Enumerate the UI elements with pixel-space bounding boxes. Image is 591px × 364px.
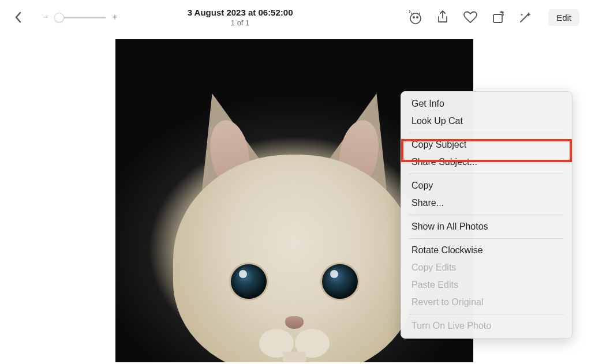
share-icon [436, 10, 449, 25]
zoom-slider-thumb[interactable] [54, 13, 64, 22]
menu-item-live-photo: Turn On Live Photo [401, 317, 572, 335]
toolbar-actions: Edit [407, 9, 579, 26]
rotate-button[interactable] [491, 10, 506, 25]
heart-icon [463, 10, 478, 24]
menu-item-revert: Revert to Original [401, 294, 572, 311]
rotate-icon [491, 10, 505, 24]
photo-count: 1 of 1 [231, 18, 250, 27]
visual-lookup-button[interactable] [407, 10, 422, 25]
zoom-out-button[interactable]: − [42, 12, 50, 22]
menu-separator [409, 238, 564, 239]
enhance-button[interactable] [518, 10, 533, 25]
menu-item-share[interactable]: Share... [401, 194, 572, 212]
back-button[interactable] [12, 10, 25, 24]
menu-item-look-up[interactable]: Look Up Cat [401, 112, 572, 130]
menu-item-share-subject[interactable]: Share Subject... [401, 153, 572, 171]
edit-button[interactable]: Edit [548, 9, 579, 26]
photo-date: 3 August 2023 at 06:52:00 [188, 7, 293, 17]
svg-rect-3 [493, 14, 502, 22]
zoom-slider[interactable] [54, 17, 106, 18]
menu-separator [409, 133, 564, 133]
menu-item-copy-edits: Copy Edits [401, 259, 572, 276]
menu-item-rotate[interactable]: Rotate Clockwise [401, 242, 572, 259]
menu-item-get-info[interactable]: Get Info [401, 95, 572, 112]
toolbar: − + 3 August 2023 at 06:52:00 1 of 1 [0, 0, 591, 35]
svg-point-0 [410, 13, 421, 24]
menu-item-paste-edits: Paste Edits [401, 276, 572, 294]
menu-item-copy-subject[interactable]: Copy Subject [401, 136, 572, 153]
menu-item-show-all[interactable]: Show in All Photos [401, 218, 572, 235]
svg-point-2 [417, 17, 418, 18]
menu-separator [409, 174, 564, 174]
sparkle-pet-icon [407, 10, 422, 25]
menu-item-copy[interactable]: Copy [401, 177, 572, 194]
title-area: 3 August 2023 at 06:52:00 1 of 1 [77, 7, 403, 27]
menu-separator [409, 215, 564, 215]
menu-separator [409, 314, 564, 314]
favorite-button[interactable] [463, 10, 478, 25]
share-button[interactable] [435, 10, 450, 25]
magic-wand-icon [518, 10, 533, 24]
svg-point-1 [413, 17, 414, 18]
chevron-left-icon [14, 12, 23, 23]
context-menu: Get Info Look Up Cat Copy Subject Share … [401, 91, 573, 339]
